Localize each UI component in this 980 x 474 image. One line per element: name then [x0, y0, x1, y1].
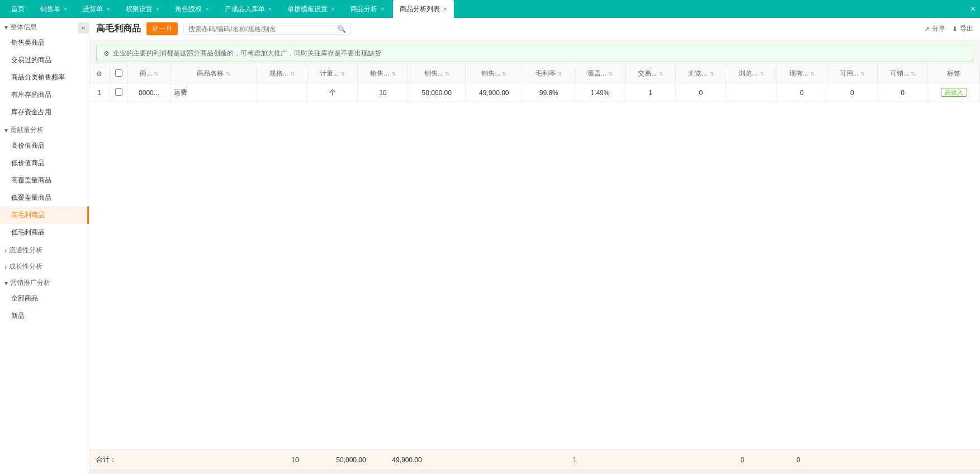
close-goods-analysis-tab[interactable]: × [381, 6, 384, 12]
col-code[interactable]: 商... ⇅ [127, 64, 171, 83]
tag-badge: 高收入 [941, 88, 967, 97]
col-transaction[interactable]: 交易... ⇅ [626, 64, 676, 83]
sort-icon3: ⇅ [290, 71, 295, 77]
sidebar-group-marketing[interactable]: ▾ 营销推广分析 [0, 274, 89, 290]
table-footer: 合计： 10 50,000.00 49,900.00 1 0 0 [89, 449, 980, 470]
nav-tab-products-inbound[interactable]: 产成品入库单 × [218, 0, 278, 18]
col-name[interactable]: 商品名称 ⇅ [171, 64, 257, 83]
header-actions: ↗ 分享 ⬇ 导出 [924, 24, 973, 34]
cell-spec [257, 83, 307, 102]
table-container: ⚙ 商... ⇅ 商品名称 ⇅ [89, 64, 980, 449]
cell-index: 1 [89, 83, 110, 102]
sidebar-item-stock-capital[interactable]: 库存资金占用 [0, 104, 89, 121]
close-sales-tab[interactable]: × [64, 6, 67, 12]
close-goods-analysis-list-tab[interactable]: × [443, 6, 447, 12]
sidebar-item-category-sales-rate[interactable]: 商品分类销售频率 [0, 69, 89, 86]
info-banner: ⚙ 企业的主要的利润都是这部分商品创造的，可考虑加大推广，同时关注库存是不要出现… [96, 45, 973, 62]
col-browse1[interactable]: 浏览... ⇅ [676, 64, 726, 83]
cell-sales-amount: 50,000.00 [408, 83, 466, 102]
sidebar-group-contribution[interactable]: ▾ 贡献量分析 [0, 121, 89, 137]
sidebar-item-low-coverage[interactable]: 低覆盖量商品 [0, 189, 89, 207]
sidebar-group-liquidity[interactable]: › 流通性分析 [0, 241, 89, 257]
nav-tab-purchase[interactable]: 进货单 × [76, 0, 116, 18]
content-area: 高毛利商品 近一月 🔍 ↗ 分享 ⬇ 导出 ⚙ 企业的主要的利润都是这部分商品创… [89, 18, 980, 474]
col-available-stock[interactable]: 可用... ⇅ [827, 64, 877, 83]
col-tag[interactable]: 标签 [928, 64, 980, 83]
nav-tab-goods-analysis[interactable]: 商品分析 × [344, 0, 391, 18]
close-roles-tab[interactable]: × [205, 6, 209, 12]
sidebar-item-high-margin[interactable]: 高毛利商品 [0, 207, 89, 224]
share-button[interactable]: ↗ 分享 [924, 24, 945, 34]
nav-tab-template-settings[interactable]: 单据模板设置 × [281, 0, 341, 18]
search-icon[interactable]: 🔍 [338, 25, 346, 33]
cell-sales-profit: 49,900.00 [466, 83, 523, 102]
cell-browse1: 0 [676, 83, 726, 102]
nav-tab-home[interactable]: 首页 [4, 0, 31, 18]
row-checkbox[interactable] [115, 88, 122, 96]
sidebar-item-high-value[interactable]: 高价值商品 [0, 137, 89, 154]
sidebar: « ▾ 整体信息 销售类商品 交易过的商品 商品分类销售频率 有库存的商品 库存… [0, 18, 89, 474]
nav-tab-permissions[interactable]: 权限设置 × [119, 0, 166, 18]
cell-sellable-stock: 0 [877, 83, 927, 102]
col-settings[interactable]: ⚙ [89, 64, 110, 83]
close-all-tabs[interactable]: × [970, 4, 976, 14]
cell-name: 运费 [171, 83, 257, 102]
sidebar-collapse-btn[interactable]: « [78, 22, 89, 34]
sort-icon7: ⇅ [502, 71, 506, 77]
col-spec[interactable]: 规格... ⇅ [257, 64, 307, 83]
chevron-right-icon: › [4, 247, 7, 255]
date-filter-button[interactable]: 近一月 [146, 22, 178, 35]
content-header: 高毛利商品 近一月 🔍 ↗ 分享 ⬇ 导出 [89, 18, 980, 40]
col-sales-profit[interactable]: 销售... ⇅ [466, 64, 523, 83]
col-sales-qty[interactable]: 销售... ⇅ [358, 64, 408, 83]
sidebar-item-in-stock-goods[interactable]: 有库存的商品 [0, 86, 89, 104]
close-permissions-tab[interactable]: × [156, 6, 159, 12]
sidebar-item-traded-goods[interactable]: 交易过的商品 [0, 51, 89, 69]
browse1-link[interactable]: 0 [699, 89, 703, 97]
sort-icon8: ⇅ [557, 71, 562, 77]
export-button[interactable]: ⬇ 导出 [952, 24, 973, 34]
nav-tab-sales[interactable]: 销售单 × [34, 0, 74, 18]
main-layout: « ▾ 整体信息 销售类商品 交易过的商品 商品分类销售频率 有库存的商品 库存… [0, 18, 980, 474]
col-checkbox[interactable] [110, 64, 127, 83]
sidebar-item-low-margin[interactable]: 低毛利商品 [0, 224, 89, 241]
nav-tab-roles[interactable]: 角色授权 × [168, 0, 215, 18]
sort-icon14: ⇅ [860, 71, 865, 77]
sidebar-item-new-goods[interactable]: 新品 [0, 307, 89, 325]
transaction-link[interactable]: 1 [648, 89, 652, 97]
col-unit[interactable]: 计量... ⇅ [307, 64, 358, 83]
cell-tag: 高收入 [928, 83, 980, 102]
sidebar-group-growth[interactable]: › 成长性分析 [0, 257, 89, 274]
page-title: 高毛利商品 [96, 23, 141, 35]
col-current-stock[interactable]: 现有... ⇅ [777, 64, 827, 83]
cell-checkbox[interactable] [110, 83, 127, 102]
close-products-inbound-tab[interactable]: × [268, 6, 272, 12]
share-icon: ↗ [924, 25, 930, 33]
sort-icon5: ⇅ [391, 71, 396, 77]
col-gross-margin[interactable]: 毛利率 ⇅ [523, 64, 575, 83]
sort-icon12: ⇅ [760, 71, 764, 77]
bottom-scrollbar[interactable] [89, 470, 980, 474]
footer-sales-profit: 49,900.00 [385, 456, 429, 464]
col-sales-amount[interactable]: 销售... ⇅ [408, 64, 466, 83]
col-coverage[interactable]: 覆盖... ⇅ [575, 64, 625, 83]
close-purchase-tab[interactable]: × [106, 6, 110, 12]
close-template-tab[interactable]: × [331, 6, 334, 12]
col-browse2[interactable]: 浏览... ⇅ [726, 64, 777, 83]
sidebar-item-low-value[interactable]: 低价值商品 [0, 154, 89, 172]
sidebar-group-overall[interactable]: ▾ 整体信息 [0, 18, 89, 34]
select-all-checkbox[interactable] [115, 69, 122, 77]
cell-gross-margin: 99.8% [523, 83, 575, 102]
cell-available-stock: 0 [827, 83, 877, 102]
search-input[interactable] [188, 25, 335, 33]
sidebar-item-all-goods[interactable]: 全部商品 [0, 290, 89, 307]
footer-label: 合计： [96, 455, 116, 464]
sidebar-item-high-coverage[interactable]: 高覆盖量商品 [0, 172, 89, 189]
footer-current-stock: 0 [720, 456, 765, 464]
sort-icon13: ⇅ [810, 71, 815, 77]
cell-coverage: 1.49% [575, 83, 625, 102]
sort-icon9: ⇅ [608, 71, 613, 77]
nav-tab-goods-analysis-list[interactable]: 商品分析列表 × [393, 0, 453, 18]
sidebar-item-sales-goods[interactable]: 销售类商品 [0, 34, 89, 51]
col-sellable-stock[interactable]: 可销... ⇅ [877, 64, 927, 83]
